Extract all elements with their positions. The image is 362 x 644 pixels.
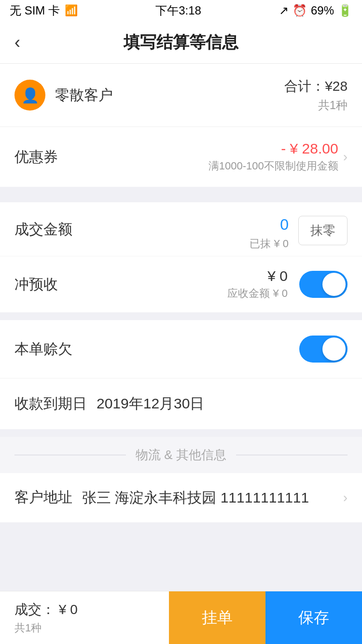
- coupon-label: 优惠券: [14, 147, 58, 167]
- customer-total: 合计：¥28: [284, 77, 348, 96]
- address-chevron-icon: ›: [343, 490, 348, 505]
- coupon-row[interactable]: 优惠券 - ¥ 28.00 满1000-100不限制使用金额 ›: [0, 127, 362, 187]
- save-button[interactable]: 保存: [265, 591, 362, 644]
- alarm-icon: ⏰: [292, 4, 307, 17]
- address-row[interactable]: 客户地址 张三 海淀永丰科技园 11111111111 ›: [0, 473, 362, 522]
- back-button[interactable]: ‹: [14, 32, 20, 53]
- debt-row: 本单赊欠: [0, 320, 362, 378]
- content-area: 👤 零散客户 合计：¥28 共1种 优惠券 - ¥ 28.00 满1000-10…: [0, 64, 362, 644]
- customer-row: 👤 零散客户 合计：¥28 共1种: [0, 64, 362, 127]
- section-gap-3: [0, 429, 362, 437]
- logistics-label: 物流 & 其他信息: [136, 447, 226, 463]
- transaction-right: 0 已抹 ¥ 0 抹零: [250, 216, 348, 251]
- wifi-icon: 📶: [65, 4, 78, 17]
- battery-icon: 🔋: [338, 4, 352, 17]
- customer-section: 👤 零散客户 合计：¥28 共1种 优惠券 - ¥ 28.00 满1000-10…: [0, 64, 362, 187]
- customer-count: 共1种: [284, 98, 348, 113]
- customer-avatar: 👤: [14, 80, 45, 111]
- status-right: ↗ ⏰ 69% 🔋: [279, 4, 352, 17]
- address-left: 客户地址 张三 海淀永丰科技园 11111111111: [14, 488, 343, 508]
- address-section: 客户地址 张三 海淀永丰科技园 11111111111 ›: [0, 473, 362, 522]
- transaction-amount: 0: [250, 216, 289, 234]
- customer-right: 合计：¥28 共1种: [284, 77, 348, 113]
- prepay-toggle[interactable]: [299, 271, 348, 298]
- prepay-row: 冲预收 ¥ 0 应收金额 ¥ 0: [0, 256, 362, 312]
- pending-button[interactable]: 挂单: [169, 591, 265, 644]
- transaction-section: 成交金额 0 已抹 ¥ 0 抹零 冲预收 ¥ 0 应收金额 ¥ 0: [0, 202, 362, 312]
- chevron-right-icon: ›: [343, 149, 348, 165]
- no-sim-text: 无 SIM 卡: [10, 3, 60, 18]
- battery-text: 69%: [311, 4, 334, 17]
- section-gap-2: [0, 312, 362, 320]
- due-date-row: 收款到期日 2019年12月30日: [0, 378, 362, 429]
- coupon-amount: - ¥ 28.00: [209, 140, 338, 157]
- person-icon: 👤: [21, 87, 39, 104]
- status-left: 无 SIM 卡 📶: [10, 3, 78, 18]
- bottom-summary-line2: 共1种: [14, 621, 154, 635]
- prepay-label: 冲预收: [14, 275, 58, 294]
- nav-bar: ‹ 填写结算等信息: [0, 21, 362, 64]
- prepay-sub: 应收金额 ¥ 0: [227, 286, 288, 301]
- prepay-values: ¥ 0 应收金额 ¥ 0: [227, 268, 288, 301]
- bottom-summary: 成交： ¥ 0 共1种: [0, 601, 169, 635]
- customer-name: 零散客户: [55, 85, 113, 105]
- location-icon: ↗: [279, 4, 289, 17]
- status-time: 下午3:18: [155, 3, 201, 18]
- debt-toggle-knob: [322, 337, 346, 361]
- round-zero-button[interactable]: 抹零: [298, 216, 348, 245]
- status-bar: 无 SIM 卡 📶 下午3:18 ↗ ⏰ 69% 🔋: [0, 0, 362, 21]
- debt-label: 本单赊欠: [14, 339, 72, 359]
- transaction-value-area: 0 已抹 ¥ 0: [250, 216, 289, 251]
- debt-section: 本单赊欠 收款到期日 2019年12月30日: [0, 320, 362, 429]
- page-title: 填写结算等信息: [124, 31, 238, 54]
- coupon-info: - ¥ 28.00 满1000-100不限制使用金额: [209, 140, 338, 173]
- coupon-desc: 满1000-100不限制使用金额: [209, 159, 338, 173]
- due-date-value: 2019年12月30日: [97, 394, 204, 414]
- prepay-right: ¥ 0 应收金额 ¥ 0: [227, 268, 348, 301]
- prepay-amount: ¥ 0: [227, 268, 288, 284]
- transaction-sub: 已抹 ¥ 0: [250, 237, 289, 251]
- transaction-label: 成交金额: [14, 216, 72, 239]
- address-value: 张三 海淀永丰科技园 11111111111: [82, 488, 343, 508]
- toggle-knob: [322, 273, 346, 296]
- logistics-divider: 物流 & 其他信息: [0, 437, 362, 473]
- debt-toggle[interactable]: [299, 336, 348, 363]
- section-gap-1: [0, 195, 362, 202]
- bottom-bar: 成交： ¥ 0 共1种 挂单 保存: [0, 591, 362, 644]
- address-key: 客户地址: [14, 488, 72, 507]
- due-date-label: 收款到期日: [14, 394, 87, 414]
- transaction-row: 成交金额 0 已抹 ¥ 0 抹零: [0, 202, 362, 256]
- bottom-summary-line1: 成交： ¥ 0: [14, 601, 154, 619]
- coupon-right: - ¥ 28.00 满1000-100不限制使用金额 ›: [209, 140, 348, 173]
- customer-left: 👤 零散客户: [14, 80, 113, 111]
